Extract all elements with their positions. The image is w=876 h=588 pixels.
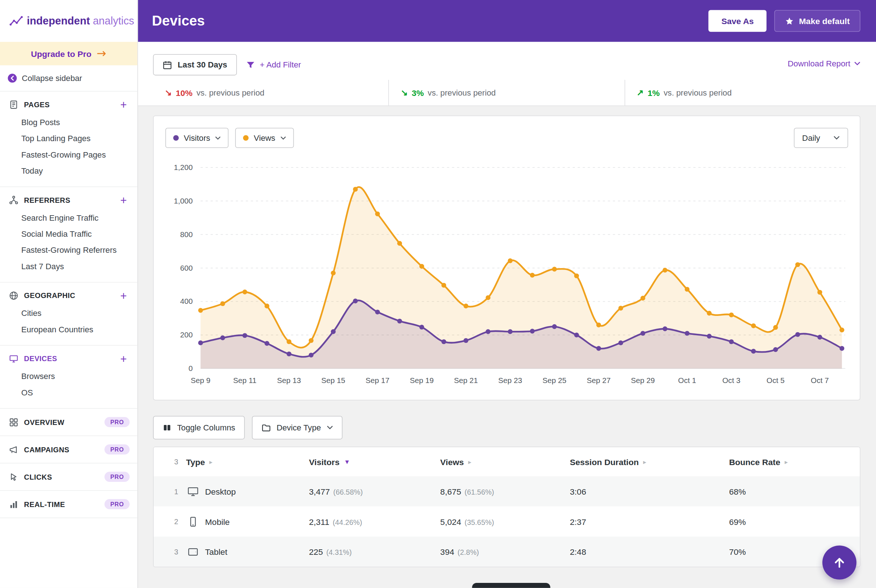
referrers-icon — [9, 195, 18, 205]
add-report-icon[interactable]: + — [120, 196, 127, 204]
sidebar-item-fastest-growing-referrers[interactable]: Fastest-Growing Referrers — [0, 242, 138, 258]
sidebar-item-real-time[interactable]: REAL-TIMEPRO — [0, 490, 138, 518]
toggle-columns-button[interactable]: Toggle Columns — [153, 416, 245, 439]
visitors-percent: (4.31%) — [326, 548, 352, 556]
views-cell: 5,024(35.65%) — [440, 517, 570, 526]
row-number: 3 — [161, 548, 186, 556]
column-header-type[interactable]: Type▸ — [186, 457, 309, 466]
sidebar-pro-items: OVERVIEWPROCAMPAIGNSPROCLICKSPROREAL-TIM… — [0, 408, 138, 518]
sidebar-item-campaigns[interactable]: CAMPAIGNSPRO — [0, 435, 138, 463]
date-range-label: Last 30 Days — [178, 60, 227, 69]
overview-icon — [9, 417, 18, 427]
section-header[interactable]: DEVICES+ — [0, 354, 138, 368]
sort-icon: ▸ — [209, 459, 212, 465]
desktop-icon — [187, 486, 199, 497]
legend-visitors-select[interactable]: Visitors — [165, 128, 228, 148]
stat-delta: 1% — [648, 88, 660, 98]
session-duration-cell: 2:48 — [570, 547, 729, 556]
visitors-cell: 3,477(66.58%) — [309, 487, 440, 496]
session-duration-cell: 2:37 — [570, 517, 729, 526]
sidebar-item-blog-posts[interactable]: Blog Posts — [0, 114, 138, 130]
add-report-icon[interactable]: + — [120, 292, 127, 300]
save-as-button[interactable]: Save As — [708, 10, 766, 32]
sidebar-item-last-7-days[interactable]: Last 7 Days — [0, 258, 138, 274]
realtime-icon — [9, 500, 18, 509]
visitors-percent: (66.58%) — [333, 488, 363, 496]
row-number: 2 — [161, 517, 186, 526]
filter-funnel-icon — [246, 60, 255, 70]
section-label: REFERRERS — [24, 196, 114, 204]
bottom-overlay-peek — [472, 583, 550, 588]
row-number: 1 — [161, 487, 186, 495]
column-header-bounce-rate[interactable]: Bounce Rate▸ — [729, 457, 859, 466]
download-report-button[interactable]: Download Report — [788, 59, 860, 68]
column-header-visitors[interactable]: Visitors▼ — [309, 457, 440, 466]
sidebar-item-os[interactable]: OS — [0, 384, 138, 400]
logo-word-analytics: analytics — [93, 15, 134, 27]
chart-legend: Visitors Views Daily — [154, 116, 860, 148]
pages-icon — [9, 100, 18, 110]
row-count: 3 — [161, 458, 186, 466]
add-filter-button[interactable]: + Add Filter — [246, 54, 301, 75]
sidebar-item-today[interactable]: Today — [0, 162, 138, 178]
sidebar-item-cities[interactable]: Cities — [0, 305, 138, 321]
svg-text:1,200: 1,200 — [174, 163, 193, 171]
scroll-to-top-button[interactable] — [822, 545, 856, 579]
section-header[interactable]: REFERRERS+ — [0, 195, 138, 209]
add-report-icon[interactable]: + — [120, 100, 127, 108]
svg-text:Sep 11: Sep 11 — [233, 376, 257, 384]
views-cell: 394(2.8%) — [440, 547, 570, 556]
make-default-button[interactable]: Make default — [775, 10, 860, 32]
visitors-cell: 2,311(44.26%) — [309, 517, 440, 526]
pro-badge: PRO — [105, 417, 129, 427]
pro-badge: PRO — [105, 444, 129, 454]
table-row-desktop: 1Desktop3,477(66.58%)8,675(61.56%)3:0668… — [154, 476, 860, 507]
session-duration-cell: 3:06 — [570, 487, 729, 496]
pro-badge: PRO — [105, 499, 129, 509]
interval-label: Daily — [802, 134, 820, 142]
svg-text:Sep 15: Sep 15 — [321, 376, 345, 384]
chevron-down-icon — [834, 136, 840, 140]
sidebar-item-browsers[interactable]: Browsers — [0, 368, 138, 384]
device-type-cell: Desktop — [205, 487, 236, 496]
sidebar-item-clicks[interactable]: CLICKSPRO — [0, 463, 138, 490]
date-range-button[interactable]: Last 30 Days — [153, 54, 236, 75]
upgrade-label: Upgrade to Pro — [31, 49, 92, 58]
section-header[interactable]: GEOGRAPHIC+ — [0, 291, 138, 304]
device-type-button[interactable]: Device Type — [252, 416, 342, 439]
sidebar-item-fastest-growing-pages[interactable]: Fastest-Growing Pages — [0, 146, 138, 162]
views-percent: (35.65%) — [465, 518, 494, 526]
arrow-up-icon — [832, 555, 847, 570]
stat-card-1: ↘10%vs. previous period — [153, 80, 388, 105]
svg-text:0: 0 — [189, 364, 193, 372]
upgrade-to-pro-button[interactable]: Upgrade to Pro — [0, 42, 138, 65]
right-arrow-icon — [96, 50, 107, 57]
svg-text:Sep 27: Sep 27 — [586, 376, 610, 384]
main-area: Devices Save As Make default Last 30 Day… — [138, 0, 876, 588]
column-header-session-duration[interactable]: Session Duration▸ — [570, 457, 729, 466]
device-type-label: Device Type — [276, 423, 321, 432]
logo[interactable]: independent analytics — [0, 0, 138, 42]
svg-text:Sep 21: Sep 21 — [454, 376, 478, 384]
table-row-tablet: 3Tablet225(4.31%)394(2.8%)2:4870% — [154, 537, 860, 567]
interval-select[interactable]: Daily — [794, 128, 848, 148]
column-header-views[interactable]: Views▸ — [440, 457, 570, 466]
logo-chart-icon — [9, 15, 23, 27]
add-report-icon[interactable]: + — [120, 355, 127, 363]
chevron-down-icon — [327, 425, 333, 430]
stat-label: vs. previous period — [196, 88, 264, 97]
clicks-icon — [9, 472, 18, 482]
sidebar-item-search-engine-traffic[interactable]: Search Engine Traffic — [0, 209, 138, 225]
sidebar-item-overview[interactable]: OVERVIEWPRO — [0, 408, 138, 435]
legend-views-select[interactable]: Views — [236, 128, 294, 148]
views-percent: (61.56%) — [465, 488, 494, 496]
sidebar-item-social-media-traffic[interactable]: Social Media Traffic — [0, 225, 138, 242]
bounce-rate-cell: 68% — [729, 487, 859, 496]
sidebar-item-top-landing-pages[interactable]: Top Landing Pages — [0, 130, 138, 146]
collapse-circle-icon — [7, 74, 18, 84]
page-header: Devices Save As Make default — [138, 0, 876, 42]
section-header[interactable]: PAGES+ — [0, 100, 138, 114]
collapse-sidebar-button[interactable]: Collapse sidebar — [0, 65, 138, 91]
device-type-cell: Mobile — [205, 517, 230, 526]
sidebar-item-european-countries[interactable]: European Countries — [0, 321, 138, 337]
